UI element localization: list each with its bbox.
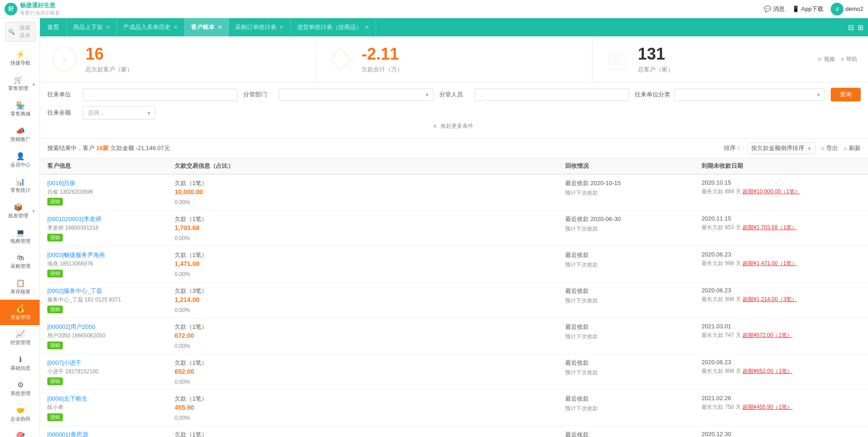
sidebar-item-retail-stats[interactable]: 📊 零售统计 [0,173,40,198]
sidebar-item-retail-store[interactable]: 🏪 零售商城 [0,96,40,122]
svg-rect-7 [616,61,619,64]
customer-name-6[interactable]: [0006]去下粮仓 [47,395,87,402]
customer-tag-4: 现销 [47,342,63,349]
tab-purchase-stats-close[interactable]: ✕ [279,24,284,30]
tab-customer-account[interactable]: 客户账本 ✕ [185,18,229,36]
sidebar-item-guide[interactable]: 🎯 新手引导 [0,427,40,437]
overdue-link-3[interactable]: 超期¥1,214.00（3笔） [743,296,797,302]
sidebar-item-ecommerce[interactable]: 💻 电商管理 [0,224,40,249]
recovery-row-4: 最近收款 [565,323,702,331]
tab-production-history[interactable]: 产成品入库单历史 ✕ [117,18,185,36]
debt-ratio-4: 0.00% [175,343,565,349]
app-download-btn[interactable]: 📱 App下载 [792,5,823,13]
customer-name-2[interactable]: [0003]畅捷服务尹海燕 [47,251,105,258]
collab-label: 企业协同 [3,416,38,422]
sidebar-item-basic-info[interactable]: ℹ 基础信息 [0,351,40,376]
customer-name-7[interactable]: [000001]黄思源 [47,431,88,437]
tab-production-history-close[interactable]: ✕ [173,24,178,30]
results-amount-label: 欠款金额 [110,145,134,151]
results-amount: -21,148.07元 [135,145,170,151]
sidebar-item-wholesale[interactable]: 📦 批发管理 ▼ [0,198,40,224]
filter-source-unit-input[interactable]: ... [83,89,238,101]
debt-amount-3: 1,214.00 [175,296,565,303]
collapse-bar[interactable]: ∧ 收起更多条件 [47,120,861,133]
stat-value-debt-customers: 16 总欠款客户（家） [85,45,305,74]
debt-info-1: 欠款（1笔） 1,703.68 0.00% [175,215,565,241]
overdue-link-1[interactable]: 超期¥1,703.68（1笔） [743,224,797,231]
debt-label-4: 欠款（1笔） [175,323,565,331]
overdue-link-2[interactable]: 超期¥1,471.00（1笔） [743,260,797,266]
page-body: ¥ 16 总欠款客户（家） [40,36,868,437]
overdue-info-1: 2020.11.15 最长欠款 853 天 超期¥1,703.68（1笔） [702,215,861,231]
filter-department-select[interactable]: ▾ [279,89,434,101]
overdue-link-0[interactable]: 超期¥10,000.00（1笔） [743,188,800,195]
customer-name-1[interactable]: [0001020001]李老师 [47,216,101,222]
stat-label-total-customers: 总客户（家） [638,65,811,74]
sidebar-item-marketing[interactable]: 📣 营销推广 [0,122,40,147]
sidebar-item-members[interactable]: 👤 会员中心 [0,147,40,173]
overdue-link-4[interactable]: 超期¥672.00（1笔） [743,332,793,338]
svg-rect-5 [616,55,619,58]
sidebar-item-quick-nav[interactable]: ⚡ 快捷导航 [0,45,40,71]
overdue-detail-0: 最长欠款 884 天 超期¥10,000.00（1笔） [702,188,861,196]
data-table: 客户信息 欠款交易信息（占比） 回收情况 到期未收款日期 [0016]吕俊 吕俊… [40,158,868,437]
sidebar-item-finance[interactable]: 💰 资金管理 [0,300,40,325]
wholesale-icon: 📦 [5,203,31,211]
tab-purchase-product-stats[interactable]: 进货单统计表（按商品） ✕ [291,18,376,36]
sidebar-item-retail-mgmt[interactable]: 🛒 零售管理 ▲ [0,71,40,96]
filter-unit-category-select[interactable]: ▾ [674,89,825,101]
recovery-info-6: 最近收款 预计下次收款 [565,395,702,412]
tab-expand-icon[interactable]: ⊞ [858,23,863,32]
sidebar-item-system[interactable]: ⚙ 系统管理 [0,376,40,402]
sidebar-item-operations[interactable]: 📈 经营管理 [0,325,40,351]
overdue-detail-4: 最长欠款 747 天 超期¥672.00（1笔） [702,332,861,339]
customer-name-5[interactable]: [0007]小进干 [47,359,81,366]
tab-product-listing-close[interactable]: ✕ [105,24,110,30]
help-btn[interactable]: ⊙ 帮助 [840,55,857,63]
tab-customer-account-close[interactable]: ✕ [217,24,222,30]
customer-contact-2: 海燕 18513066976 [47,260,175,268]
overdue-days-4: 最长欠款 747 天 [702,332,741,338]
debt-amount-2: 1,471.00 [175,260,565,267]
table-row: [0003]畅捷服务尹海燕 海燕 18513066976 现销 欠款（1笔） 1… [40,246,868,282]
refresh-btn[interactable]: ○ 刷新 [843,144,861,152]
debt-amount-5: 652.00 [175,368,565,375]
query-button[interactable]: 查询 [831,88,861,101]
sidebar-item-purchase[interactable]: 🛍 采购管理 [0,249,40,274]
avatar: d [831,3,843,15]
tab-product-listing[interactable]: 商品上下架 ✕ [67,18,117,36]
debt-amount-1: 1,703.68 [175,224,565,231]
recovery-row-3: 最近收款 [565,287,702,295]
next-payment-5: 预计下次收款 [565,369,702,377]
view-btn[interactable]: ⊙ 视频 [818,55,834,63]
user-avatar-btn[interactable]: d demo2 [831,3,863,15]
customer-info-0: [0016]吕俊 吕俊 13026203696 现销 [47,179,175,206]
overdue-link-5[interactable]: 超期¥652.00（1笔） [743,368,793,374]
tab-purchase-product-stats-close[interactable]: ✕ [365,24,369,30]
customer-name-4[interactable]: [000002]用户2050 [47,323,95,330]
results-prefix: 搜索结果中，客户 [47,145,95,151]
svg-rect-4 [611,55,614,58]
sidebar-item-collab[interactable]: 🤝 企业协同 [0,402,40,427]
table-row: [0006]去下粮仓 陈小希 现销 欠款（1笔） 455.90 0.00% 最近… [40,390,868,426]
debt-ratio-1: 0.00% [175,235,565,241]
sidebar-item-inventory[interactable]: 📋 库存核算 [0,274,40,300]
tab-purchase-stats[interactable]: 采购订单统计表 ✕ [229,18,291,36]
next-payment-2: 预计下次收款 [565,261,702,269]
export-btn[interactable]: ○ 导出 [821,144,838,152]
recovery-info-2: 最近收款 预计下次收款 [565,251,702,269]
customer-name-3[interactable]: [0002]服务中心_丁磊 [47,287,102,294]
filter-manager-input[interactable]: ... [475,89,630,101]
tab-collapse-icon[interactable]: ⊟ [848,23,854,32]
overdue-link-6[interactable]: 超期¥455.90（1笔） [743,404,793,410]
filter-balance-select[interactable]: 选择... ▾ [83,106,156,120]
brand-subtitle: 母婴行业演示账套 [20,10,60,16]
search-icon: 🔍 [8,29,15,35]
message-btn[interactable]: 💬 消息 [764,5,785,13]
overdue-date-6: 2021.02.26 [702,395,861,402]
marketing-label: 营销推广 [3,136,38,143]
sidebar-search-item[interactable]: 🔍 搜索菜单 [0,18,40,45]
sort-select[interactable]: 按欠款金额倒序排序 ▾ [747,142,815,154]
tab-home[interactable]: 首页 [40,18,67,36]
customer-name-0[interactable]: [0016]吕俊 [47,180,75,186]
